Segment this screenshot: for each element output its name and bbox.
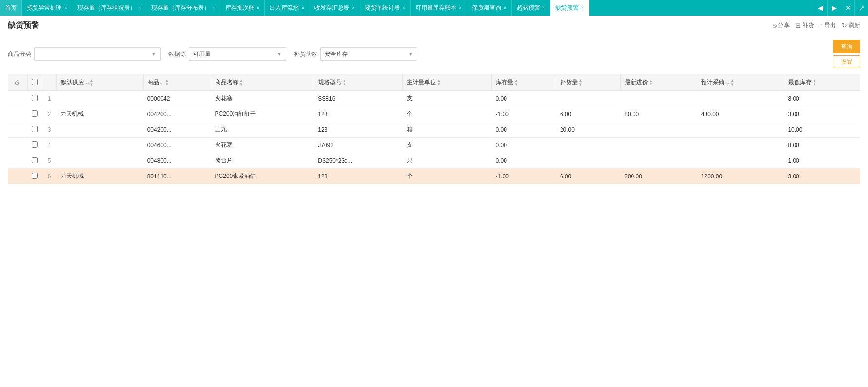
row-checkbox-cell[interactable] (27, 106, 42, 122)
col-label-replenish: 补货量 (560, 79, 578, 86)
datasource-select[interactable]: 可用量 ▼ (189, 47, 286, 61)
table-row[interactable]: 2力天机械004200...PC200油缸缸子123个-1.006.0080.0… (8, 106, 860, 122)
gear-settings-icon[interactable]: ⚙ (14, 79, 20, 87)
th-supplier[interactable]: 默认供应...▲▼ (56, 74, 144, 91)
nav-tab-order-stat[interactable]: 要货单统计表 × (360, 0, 411, 16)
share-button[interactable]: ⎋ 分享 (773, 21, 790, 30)
cell-supplier (56, 122, 144, 138)
category-select[interactable]: ▼ (34, 47, 161, 61)
nav-tab-close-icon[interactable]: × (581, 5, 584, 11)
nav-tab-available-ledger[interactable]: 可用量库存账本 × (411, 0, 467, 16)
settings-button[interactable]: 设置 (833, 55, 860, 68)
row-checkbox-cell[interactable] (27, 169, 42, 184)
row-checkbox[interactable] (32, 157, 38, 163)
sort-arrows-replenish[interactable]: ▲▼ (579, 79, 582, 87)
nav-tab-close-icon[interactable]: × (459, 5, 462, 11)
cell-min_stock: 1.00 (784, 153, 860, 169)
cell-min_stock: 8.00 (784, 91, 860, 106)
sort-arrows-estimated_purchase[interactable]: ▲▼ (730, 79, 734, 87)
nav-tab-close-icon[interactable]: × (212, 5, 215, 11)
cell-spec: DS250*23c... (314, 153, 402, 169)
nav-tab-close-icon[interactable]: × (138, 5, 141, 11)
nav-tab-abnormal[interactable]: 拣货异常处理 × (22, 0, 72, 16)
th-min_stock[interactable]: 最低库存▲▼ (784, 74, 860, 91)
cell-estimated_purchase (697, 122, 784, 138)
row-checkbox[interactable] (32, 141, 38, 148)
row-checkbox-cell[interactable] (27, 122, 42, 138)
nav-tab-inout-flow[interactable]: 出入库流水 × (265, 0, 309, 16)
nav-expand-button[interactable]: ⤢ (854, 0, 868, 16)
nav-tab-close-icon[interactable]: × (352, 5, 355, 11)
nav-tab-label: 要货单统计表 (365, 4, 400, 12)
th-replenish[interactable]: 补货量▲▼ (556, 74, 620, 91)
nav-tab-expiry[interactable]: 保质期查询 × (467, 0, 512, 16)
nav-tab-home[interactable]: 首页 (0, 0, 22, 16)
nav-close-button[interactable]: ✕ (841, 0, 854, 16)
row-checkbox[interactable] (32, 126, 38, 132)
col-label-min_stock: 最低库存 (788, 79, 812, 86)
cell-replenish: 6.00 (556, 106, 620, 122)
nav-tab-close-icon[interactable]: × (402, 5, 405, 11)
nav-tab-batch-account[interactable]: 库存批次账 × (220, 0, 265, 16)
th-product_code[interactable]: 商品...▲▼ (144, 74, 211, 91)
th-estimated_purchase[interactable]: 预计采购...▲▼ (697, 74, 784, 91)
replenish-basis-value: 安全库存 (325, 50, 348, 58)
nav-tab-inventory-status[interactable]: 现存量（库存状况表） × (72, 0, 146, 16)
nav-tab-inventory-dist[interactable]: 现存量（库存分布表） × (146, 0, 220, 16)
cell-product_name: 火花塞 (211, 138, 314, 153)
th-latest_price[interactable]: 最新进价▲▼ (620, 74, 697, 91)
cell-replenish: 6.00 (556, 169, 620, 184)
sort-arrows-unit[interactable]: ▲▼ (437, 79, 441, 87)
nav-tab-shortage[interactable]: 缺货预警 × (550, 0, 589, 16)
export-button[interactable]: ↑ 导出 (820, 21, 836, 30)
query-button[interactable]: 查询 (833, 40, 860, 53)
nav-tab-close-icon[interactable]: × (301, 5, 304, 11)
data-table-container: ⚙默认供应...▲▼商品...▲▼商品名称▲▼规格型号▲▼主计量单位▲▼库存量▲… (0, 74, 868, 184)
nav-tab-overstock[interactable]: 超储预警 × (512, 0, 551, 16)
cell-spec: SS816 (314, 91, 402, 106)
th-unit[interactable]: 主计量单位▲▼ (403, 74, 492, 91)
nav-tab-collect-summary[interactable]: 收发存汇总表 × (309, 0, 360, 16)
nav-tab-close-icon[interactable]: × (542, 5, 545, 11)
filter-bar: 商品分类 ▼ 数据源 可用量 ▼ 补货基数 安全库存 ▼ 查询 设置 (0, 34, 868, 74)
row-checkbox[interactable] (32, 173, 38, 179)
nav-tab-close-icon[interactable]: × (504, 5, 506, 11)
sort-arrows-min_stock[interactable]: ▲▼ (813, 79, 816, 87)
cell-estimated_purchase: 480.00 (697, 106, 784, 122)
cell-product_name: 火花塞 (211, 91, 314, 106)
table-row[interactable]: 4004600...火花塞J7092支0.008.00 (8, 138, 860, 153)
nav-tab-close-icon[interactable]: × (257, 5, 260, 11)
select-all-checkbox[interactable] (32, 79, 38, 85)
sort-arrows-supplier[interactable]: ▲▼ (90, 79, 94, 87)
table-row[interactable]: 5004800...离合片DS250*23c...只0.001.00 (8, 153, 860, 169)
th-stock[interactable]: 库存量▲▼ (492, 74, 556, 91)
nav-tab-close-icon[interactable]: × (64, 5, 67, 11)
row-checkbox-cell[interactable] (27, 153, 42, 169)
sort-arrows-stock[interactable]: ▲▼ (514, 79, 518, 87)
nav-next-button[interactable]: ▶ (827, 0, 841, 16)
sort-arrows-spec[interactable]: ▲▼ (343, 79, 346, 87)
cell-product_name: PC200油缸缸子 (211, 106, 314, 122)
table-row[interactable]: 10000042火花塞SS816支0.008.00 (8, 91, 860, 106)
cell-estimated_purchase: 1200.00 (697, 169, 784, 184)
row-checkbox-cell[interactable] (27, 138, 42, 153)
cell-spec: 123 (314, 122, 402, 138)
th-spec[interactable]: 规格型号▲▼ (314, 74, 402, 91)
cell-min_stock: 3.00 (784, 106, 860, 122)
sort-arrows-product_name[interactable]: ▲▼ (239, 79, 243, 87)
nav-tab-label: 超储预警 (517, 4, 540, 12)
replenish-button[interactable]: ⊞ 补货 (796, 21, 814, 30)
table-row[interactable]: 6力天机械801110...PC200张紧油缸123个-1.006.00200.… (8, 169, 860, 184)
cell-product_code: 004200... (144, 122, 211, 138)
sort-arrows-product_code[interactable]: ▲▼ (165, 79, 169, 87)
row-checkbox[interactable] (32, 95, 38, 101)
replenish-icon: ⊞ (796, 22, 801, 29)
replenish-basis-select[interactable]: 安全库存 ▼ (320, 47, 417, 61)
nav-prev-button[interactable]: ◀ (814, 0, 827, 16)
th-product_name[interactable]: 商品名称▲▼ (211, 74, 314, 91)
row-checkbox[interactable] (32, 110, 38, 117)
table-row[interactable]: 3004200...三九123箱0.0020.0010.00 (8, 122, 860, 138)
row-checkbox-cell[interactable] (27, 91, 42, 106)
refresh-button[interactable]: ↻ 刷新 (842, 21, 860, 30)
sort-arrows-latest_price[interactable]: ▲▼ (649, 79, 653, 87)
